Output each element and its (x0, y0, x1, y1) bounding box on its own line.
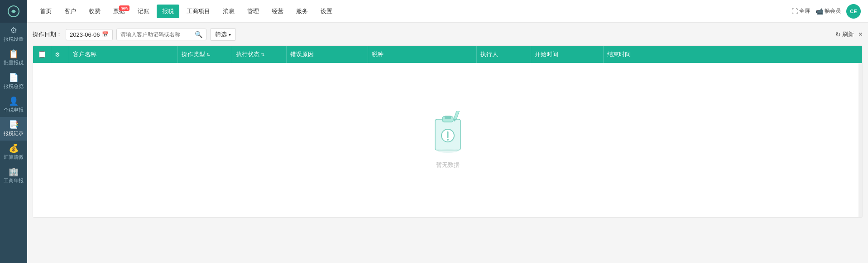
svg-rect-7 (454, 111, 459, 120)
th-exec-status[interactable]: 执行状态 ⇅ (232, 46, 287, 63)
th-tax-type: 税种 (368, 46, 477, 63)
th-exec-status-label: 执行状态 (236, 50, 259, 58)
nav-manage[interactable]: 管理 (242, 5, 264, 18)
personal-tax-icon: 👤 (9, 97, 19, 105)
main-area: 首页 客户 收费 票据 new 记账 报税 工商项目 消息 管理 经营 服务 设… (27, 0, 868, 263)
sidebar-item-label: 工商年报 (4, 177, 24, 184)
nav-tax[interactable]: 报税 (157, 5, 179, 18)
fullscreen-button[interactable]: ⛶ 全屏 (791, 7, 810, 15)
svg-point-9 (438, 149, 458, 153)
sidebar-item-tax-settings[interactable]: ⚙ 报税设置 (0, 23, 27, 46)
refresh-button[interactable]: ↻ 刷新 (835, 30, 854, 39)
th-operation-type[interactable]: 操作类型 ⇅ (178, 46, 232, 63)
nav-operation[interactable]: 经营 (266, 5, 289, 18)
sidebar-logo[interactable] (0, 0, 27, 23)
search-input[interactable] (120, 31, 193, 38)
th-end-time-label: 结束时间 (607, 50, 631, 58)
th-customer-label: 客户名称 (73, 50, 96, 58)
calc-payment-icon: 💰 (9, 144, 19, 152)
sidebar-item-tax-summary[interactable]: 📄 报税总览 (0, 70, 27, 93)
annual-report-icon: 🏢 (9, 168, 19, 176)
date-value: 2023-06-06 (70, 31, 100, 38)
th-end-time: 结束时间 (604, 46, 658, 63)
th-checkbox[interactable] (33, 46, 51, 63)
th-error-reason-label: 错误原因 (290, 50, 314, 58)
fullscreen-label: 全屏 (799, 7, 810, 15)
th-executor: 执行人 (477, 46, 531, 63)
empty-illustration (430, 111, 466, 156)
scroll-indicator[interactable] (858, 63, 862, 217)
close-icon: × (858, 30, 863, 38)
table-header: ⚙ 客户名称 操作类型 ⇅ 执行状态 ⇅ 错误原因 (33, 46, 862, 63)
sort-icon: ⇅ (261, 52, 264, 57)
user-initials: CE (850, 9, 857, 14)
sidebar-item-label: 批量报税 (4, 59, 24, 66)
calendar-icon: 📅 (102, 31, 109, 38)
sidebar-item-calc-payment[interactable]: 💰 汇算清缴 (0, 141, 27, 164)
close-button[interactable]: × (858, 30, 863, 39)
filter-label: 筛选 (215, 30, 227, 39)
sidebar-item-batch-tax[interactable]: 📋 批量报税 (0, 46, 27, 70)
fullscreen-icon: ⛶ (791, 8, 798, 15)
refresh-label: 刷新 (842, 30, 854, 39)
member-button[interactable]: 📹 畅会员 (815, 7, 841, 15)
nav-settings[interactable]: 设置 (315, 5, 338, 18)
batch-tax-icon: 📋 (9, 50, 19, 58)
new-badge: new (119, 5, 129, 11)
nav-customer[interactable]: 客户 (59, 5, 82, 18)
sort-icon: ⇅ (206, 52, 210, 57)
content-area: 操作日期： 2023-06-06 📅 🔍 筛选 ▾ ↻ 刷新 (27, 23, 868, 263)
sidebar-item-label: 报税设置 (4, 36, 24, 43)
nav-items: 首页 客户 收费 票据 new 记账 报税 工商项目 消息 管理 经营 服务 设… (34, 5, 791, 18)
chevron-down-icon: ▾ (229, 32, 231, 37)
date-picker[interactable]: 2023-06-06 📅 (66, 29, 113, 40)
filter-button[interactable]: 筛选 ▾ (210, 28, 236, 41)
th-start-time: 开始时间 (531, 46, 604, 63)
member-label: 畅会员 (825, 7, 841, 15)
nav-message[interactable]: 消息 (217, 5, 240, 18)
settings-icon: ⚙ (55, 51, 60, 58)
topnav-right: ⛶ 全屏 📹 畅会员 CE (791, 4, 861, 19)
th-settings[interactable]: ⚙ (51, 46, 69, 63)
tax-summary-icon: 📄 (9, 73, 19, 82)
nav-home[interactable]: 首页 (34, 5, 57, 18)
svg-rect-3 (445, 116, 451, 119)
page-area: 操作日期： 2023-06-06 📅 🔍 筛选 ▾ ↻ 刷新 (27, 23, 868, 263)
nav-business[interactable]: 工商项目 (181, 5, 216, 18)
nav-service[interactable]: 服务 (291, 5, 313, 18)
th-executor-label: 执行人 (480, 50, 498, 58)
sidebar-item-personal-tax[interactable]: 👤 个税申报 (0, 93, 27, 117)
sidebar-item-label: 报税记录 (4, 130, 24, 137)
data-table: ⚙ 客户名称 操作类型 ⇅ 执行状态 ⇅ 错误原因 (33, 45, 863, 218)
tax-records-icon: 📑 (9, 121, 19, 129)
search-wrap: 🔍 (116, 29, 206, 40)
nav-invoice[interactable]: 票据 new (108, 5, 130, 18)
empty-text: 暂无数据 (436, 161, 460, 169)
th-operation-type-label: 操作类型 (182, 50, 205, 58)
sidebar-item-tax-records[interactable]: 📑 报税记录 (0, 117, 27, 141)
empty-state: 暂无数据 (412, 93, 484, 187)
top-navigation: 首页 客户 收费 票据 new 记账 报税 工商项目 消息 管理 经营 服务 设… (27, 0, 868, 23)
toolbar-right: ↻ 刷新 × (835, 30, 863, 39)
date-label: 操作日期： (33, 30, 62, 39)
th-tax-type-label: 税种 (372, 50, 384, 58)
select-all-checkbox[interactable] (39, 51, 45, 58)
sidebar-item-label: 报税总览 (4, 83, 24, 90)
th-start-time-label: 开始时间 (535, 50, 558, 58)
member-icon: 📹 (815, 8, 823, 15)
toolbar: 操作日期： 2023-06-06 📅 🔍 筛选 ▾ ↻ 刷新 (33, 28, 863, 41)
tax-settings-icon: ⚙ (10, 26, 17, 34)
nav-accounting[interactable]: 记账 (132, 5, 155, 18)
refresh-icon: ↻ (835, 31, 841, 38)
sidebar-item-label: 汇算清缴 (4, 154, 24, 161)
svg-point-6 (447, 139, 449, 141)
sidebar-item-annual-report[interactable]: 🏢 工商年报 (0, 164, 27, 188)
sidebar: ⚙ 报税设置 📋 批量报税 📄 报税总览 👤 个税申报 📑 报税记录 💰 汇算清… (0, 0, 27, 263)
search-icon: 🔍 (195, 31, 202, 38)
th-error-reason: 错误原因 (287, 46, 368, 63)
user-avatar[interactable]: CE (846, 4, 861, 19)
nav-billing[interactable]: 收费 (83, 5, 106, 18)
table-body: 暂无数据 (33, 63, 862, 217)
th-customer: 客户名称 (69, 46, 178, 63)
sidebar-item-label: 个税申报 (4, 107, 24, 113)
